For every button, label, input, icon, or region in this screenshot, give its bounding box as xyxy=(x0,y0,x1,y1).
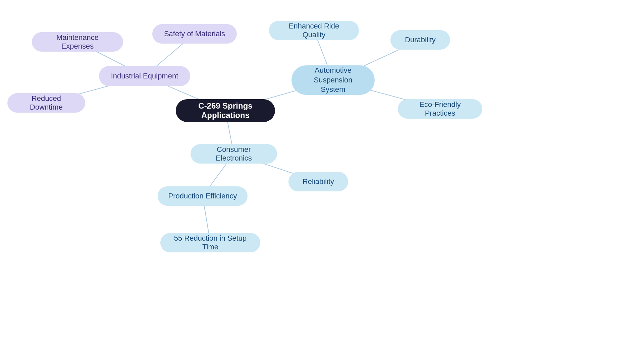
safety-of-materials-node: Safety of Materials xyxy=(152,24,237,44)
setup-time-node: 55 Reduction in Setup Time xyxy=(160,233,260,252)
eco-friendly-practices-node: Eco-Friendly Practices xyxy=(398,99,482,119)
maintenance-expenses-node: Maintenance Expenses xyxy=(32,32,123,52)
reduced-downtime-node: Reduced Downtime xyxy=(7,93,85,113)
automotive-suspension-node: Automotive Suspension System xyxy=(291,65,375,95)
center-node: C-269 Springs Applications xyxy=(176,99,275,122)
industrial-equipment-node: Industrial Equipment xyxy=(99,66,190,86)
durability-node: Durability xyxy=(390,30,450,50)
consumer-electronics-node: Consumer Electronics xyxy=(191,144,277,164)
production-efficiency-node: Production Efficiency xyxy=(158,186,248,206)
reliability-node: Reliability xyxy=(288,172,348,191)
enhanced-ride-quality-node: Enhanced Ride Quality xyxy=(269,21,359,40)
